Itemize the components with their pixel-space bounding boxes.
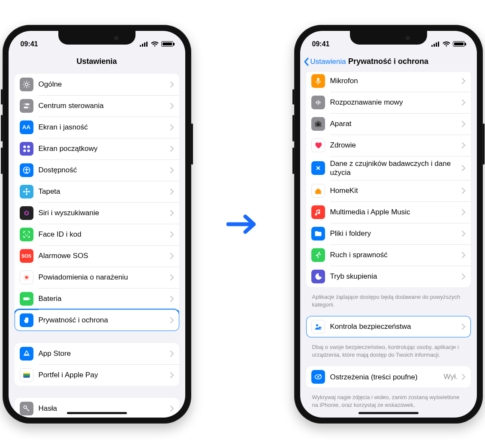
- settings-row[interactable]: Kontrola bezpieczeństwa: [306, 316, 471, 337]
- phone-notch: [58, 31, 136, 45]
- wifi-icon: [151, 41, 159, 47]
- back-button-label: Ustawienia: [310, 57, 346, 66]
- svg-point-29: [24, 406, 27, 409]
- chevron-right-icon: [461, 165, 466, 171]
- group-footnote: Dbaj o swoje bezpieczeństwo, kontrolując…: [300, 340, 477, 358]
- row-label: Alarmowe SOS: [39, 251, 170, 260]
- svg-rect-28: [23, 376, 30, 377]
- settings-row[interactable]: Powiadomienia o narażeniu: [15, 267, 179, 288]
- chevron-right-icon: [461, 252, 466, 259]
- settings-row[interactable]: Face ID i kod: [15, 224, 179, 245]
- chevron-right-icon: [461, 373, 466, 380]
- row-label: Zdrowie: [330, 141, 461, 150]
- accessibility-icon: [20, 163, 33, 177]
- chevron-right-icon: [170, 274, 174, 281]
- settings-row[interactable]: AAEkran i jasność: [15, 117, 179, 138]
- svg-point-14: [23, 190, 25, 192]
- cellular-signal-icon: [431, 42, 440, 47]
- sensor-data-icon: [311, 161, 325, 175]
- settings-row[interactable]: Dane z czujników badawczych i dane użyci…: [306, 156, 471, 180]
- settings-row[interactable]: Rozpoznawanie mowy: [306, 92, 471, 113]
- chevron-right-icon: [461, 230, 466, 237]
- svg-rect-7: [23, 149, 26, 152]
- chevron-right-icon: [170, 188, 174, 195]
- row-label: Dostępność: [39, 165, 170, 174]
- row-label: Kontrola bezpieczeństwa: [330, 322, 461, 331]
- home-indicator[interactable]: [358, 412, 419, 414]
- battery-status-icon: [453, 41, 465, 47]
- chevron-right-icon: [170, 405, 174, 412]
- home-indicator[interactable]: [67, 412, 127, 414]
- row-label: Siri i wyszukiwanie: [39, 208, 170, 217]
- privacy-icon: [20, 313, 33, 327]
- row-label: Ostrzeżenia (treści poufne): [330, 373, 444, 382]
- settings-row[interactable]: App Store: [15, 343, 179, 364]
- privacy-list[interactable]: MikrofonRozpoznawanie mowyAparatZdrowieD…: [300, 69, 477, 415]
- settings-row[interactable]: HomeKit: [306, 180, 471, 201]
- cellular-signal-icon: [140, 42, 148, 47]
- chevron-right-icon: [170, 210, 174, 216]
- settings-row[interactable]: Dostępność: [15, 159, 179, 181]
- settings-row[interactable]: Aparat: [306, 113, 471, 135]
- settings-group: Kontrola bezpieczeństwa: [306, 316, 471, 337]
- chevron-right-icon: [170, 295, 174, 302]
- svg-point-2: [24, 103, 25, 105]
- settings-row[interactable]: Hasła: [15, 398, 179, 418]
- appstore-icon: [20, 347, 33, 361]
- settings-row[interactable]: Tryb skupienia: [306, 266, 471, 287]
- settings-row[interactable]: Zdrowie: [306, 135, 471, 156]
- svg-rect-6: [27, 145, 30, 148]
- motion-icon: [311, 248, 325, 262]
- general-icon: [20, 78, 33, 91]
- settings-row[interactable]: Prywatność i ochrona: [15, 310, 179, 331]
- settings-list[interactable]: OgólneCentrum sterowaniaAAEkran i jasnoś…: [9, 72, 185, 418]
- settings-group: Ostrzeżenia (treści poufne)Wył.: [306, 366, 471, 388]
- back-button[interactable]: Ustawienia: [303, 51, 346, 72]
- chevron-right-icon: [461, 120, 466, 127]
- settings-row[interactable]: Siri i wyszukiwanie: [15, 202, 179, 224]
- settings-row[interactable]: Mikrofon: [306, 70, 471, 92]
- group-footnote: Wykrywaj nagie zdjęcia i wideo, zanim zo…: [300, 390, 477, 409]
- settings-row[interactable]: Bateria: [15, 288, 179, 310]
- settings-row[interactable]: Ostrzeżenia (treści poufne)Wył.: [306, 366, 471, 388]
- settings-group: App StorePortfel i Apple Pay: [15, 343, 179, 386]
- svg-point-15: [28, 190, 30, 192]
- svg-point-32: [316, 123, 319, 126]
- settings-row[interactable]: Ruch i sprawność: [306, 244, 471, 266]
- chevron-right-icon: [461, 78, 466, 84]
- settings-row[interactable]: Tapeta: [15, 181, 179, 202]
- svg-point-20: [27, 234, 28, 235]
- row-label: HomeKit: [330, 186, 461, 195]
- settings-row[interactable]: Pliki i foldery: [306, 223, 471, 244]
- row-label: App Store: [39, 349, 170, 358]
- chevron-right-icon: [170, 372, 174, 379]
- homekit-icon: [311, 184, 325, 198]
- row-label: Tapeta: [39, 187, 170, 196]
- settings-row[interactable]: SOSAlarmowe SOS: [15, 245, 179, 267]
- chevron-right-icon: [461, 209, 466, 216]
- settings-row[interactable]: Portfel i Apple Pay: [15, 364, 179, 386]
- settings-row[interactable]: Multimedia i Apple Music: [306, 201, 471, 223]
- status-time: 09:41: [21, 40, 38, 48]
- svg-rect-5: [23, 145, 26, 148]
- focus-icon: [311, 270, 325, 283]
- svg-rect-27: [23, 374, 30, 376]
- wallpaper-icon: [20, 185, 33, 198]
- row-label: Ekran i jasność: [39, 123, 170, 132]
- svg-point-21: [25, 276, 28, 279]
- siri-icon: [20, 206, 33, 220]
- row-label: Ogólne: [39, 80, 170, 89]
- row-label: Bateria: [39, 294, 170, 303]
- chevron-right-icon: [461, 99, 466, 106]
- svg-point-35: [318, 252, 319, 253]
- status-time: 09:41: [312, 40, 330, 48]
- chevron-right-icon: [170, 124, 174, 131]
- settings-group: MikrofonRozpoznawanie mowyAparatZdrowieD…: [306, 70, 471, 288]
- wallet-icon: [20, 368, 33, 382]
- svg-point-36: [316, 324, 318, 326]
- settings-row[interactable]: Ogólne: [15, 74, 179, 95]
- settings-row[interactable]: Centrum sterowania: [15, 95, 179, 117]
- row-label: Dane z czujników badawczych i dane użyci…: [330, 159, 461, 177]
- settings-row[interactable]: Ekran początkowy: [15, 138, 179, 159]
- page-title: Prywatność i ochrona: [348, 57, 428, 66]
